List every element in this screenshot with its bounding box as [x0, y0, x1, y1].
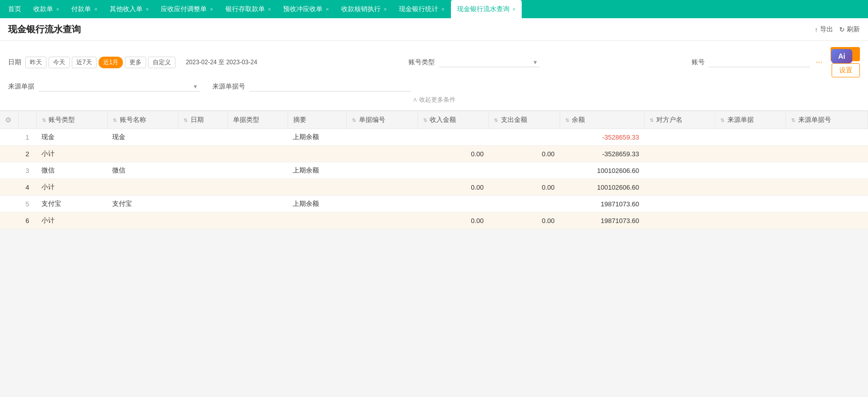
export-button[interactable]: ↑ 导出: [815, 25, 834, 34]
row-source-doc-no: [786, 129, 868, 146]
source-doc-select[interactable]: [38, 81, 200, 92]
date-btn-1month[interactable]: 近1月: [99, 57, 123, 68]
row-source-doc-no: [786, 212, 868, 229]
sort-icon: ⇅: [423, 117, 427, 123]
row-account-name: 支付宝: [107, 196, 178, 212]
th-doc-no[interactable]: ⇅ 单据编号: [347, 111, 418, 129]
row-expense: [489, 196, 560, 212]
sort-icon: ⇅: [113, 117, 117, 123]
row-number: 5: [18, 196, 36, 212]
nav-home[interactable]: 首页: [2, 0, 27, 18]
date-btn-yesterday[interactable]: 昨天: [25, 57, 47, 68]
settings-button[interactable]: 设置: [832, 63, 860, 77]
row-doc-type: [228, 129, 288, 146]
row-gear: [0, 162, 18, 179]
date-btn-custom[interactable]: 自定义: [148, 57, 175, 68]
ai-badge[interactable]: Ai: [831, 49, 852, 63]
th-date[interactable]: ⇅ 日期: [178, 111, 228, 129]
nav-ar-ap-adjust[interactable]: 应收应付调整单 ×: [155, 0, 219, 18]
row-summary: [288, 179, 347, 196]
date-btn-more[interactable]: 更多: [125, 57, 146, 68]
refresh-button[interactable]: ↻ 刷新: [839, 25, 860, 34]
dots-button[interactable]: ···: [816, 58, 823, 67]
filter-row-2: 来源单据 ▼ 来源单据号: [8, 81, 860, 92]
row-account-name: [107, 179, 178, 196]
th-account-type[interactable]: ⇅ 账号类型: [36, 111, 107, 129]
row-source-doc: [715, 146, 786, 162]
close-icon[interactable]: ×: [268, 6, 271, 12]
account-type-filter: 账号类型 ▼: [408, 57, 540, 67]
close-icon[interactable]: ×: [146, 6, 149, 12]
row-balance: 19871073.60: [560, 212, 644, 229]
row-income: [418, 196, 488, 212]
close-icon[interactable]: ×: [513, 6, 516, 12]
row-account-type: 小计: [36, 179, 107, 196]
sort-icon: ⇅: [352, 117, 356, 123]
close-icon[interactable]: ×: [441, 6, 444, 12]
close-icon[interactable]: ×: [94, 6, 97, 12]
row-date: [178, 129, 228, 146]
row-summary: [288, 146, 347, 162]
row-number: 3: [18, 162, 36, 179]
row-counterpart: [644, 146, 715, 162]
account-input[interactable]: [709, 57, 810, 67]
row-gear: [0, 129, 18, 146]
nav-other-income[interactable]: 其他收入单 ×: [104, 0, 155, 18]
row-doc-type: [228, 179, 288, 196]
th-balance[interactable]: ⇅ 余额: [560, 111, 644, 129]
row-counterpart: [644, 179, 715, 196]
nav-receipt[interactable]: 收款单 ×: [27, 0, 65, 18]
date-btn-7days[interactable]: 近7天: [72, 57, 97, 68]
table-row: 1 现金 现金 上期余额 -3528659.33: [0, 129, 868, 146]
th-source-doc-no[interactable]: ⇅ 来源单据号: [786, 111, 868, 129]
th-counterpart[interactable]: ⇅ 对方户名: [644, 111, 715, 129]
collapse-bar[interactable]: ∧ 收起更多条件: [8, 94, 860, 106]
row-source-doc: [715, 212, 786, 229]
account-type-label: 账号类型: [408, 58, 435, 67]
table-row: 5 支付宝 支付宝 上期余额 19871073.60: [0, 196, 868, 212]
row-doc-type: [228, 146, 288, 162]
filter-row-1: 日期 昨天 今天 近7天 近1月 更多 自定义 2023-02-24 至 202…: [8, 47, 860, 77]
row-account-type: 支付宝: [36, 196, 107, 212]
close-icon[interactable]: ×: [384, 6, 387, 12]
row-expense: 0.00: [489, 179, 560, 196]
main-content: ⚙ ⇅ 账号类型 ⇅ 账号名称 ⇅ 日期 单据类型: [0, 111, 868, 229]
row-income: 0.00: [418, 212, 488, 229]
date-btn-today[interactable]: 今天: [49, 57, 70, 68]
top-navigation: 首页 收款单 × 付款单 × 其他收入单 × 应收应付调整单 × 银行存取款单 …: [0, 0, 868, 18]
close-icon[interactable]: ×: [56, 6, 59, 12]
account-type-select-wrapper: ▼: [439, 57, 540, 67]
close-icon[interactable]: ×: [326, 6, 329, 12]
sort-icon: ⇅: [791, 117, 795, 123]
row-balance: 100102606.60: [560, 179, 644, 196]
nav-payment[interactable]: 付款单 ×: [65, 0, 103, 18]
th-income[interactable]: ⇅ 收入金额: [418, 111, 488, 129]
row-account-type: 现金: [36, 129, 107, 146]
nav-bank-deposit[interactable]: 银行存取款单 ×: [219, 0, 277, 18]
data-table: ⚙ ⇅ 账号类型 ⇅ 账号名称 ⇅ 日期 单据类型: [0, 111, 868, 229]
row-summary: 上期余额: [288, 196, 347, 212]
source-doc-num-input[interactable]: [249, 81, 411, 92]
th-expense[interactable]: ⇅ 支出金额: [489, 111, 560, 129]
row-account-name: 微信: [107, 162, 178, 179]
nav-cash-bank-stat[interactable]: 现金银行统计 ×: [393, 0, 450, 18]
table-header-row: ⚙ ⇅ 账号类型 ⇅ 账号名称 ⇅ 日期 单据类型: [0, 111, 868, 129]
nav-receipt-verify[interactable]: 收款核销执行 ×: [335, 0, 393, 18]
row-doc-no: [347, 212, 418, 229]
row-source-doc-no: [786, 146, 868, 162]
row-summary: [288, 212, 347, 229]
row-account-name: 现金: [107, 129, 178, 146]
th-account-name[interactable]: ⇅ 账号名称: [107, 111, 178, 129]
row-source-doc: [715, 196, 786, 212]
nav-prepay-receipt[interactable]: 预收冲应收单 ×: [277, 0, 335, 18]
row-counterpart: [644, 162, 715, 179]
account-type-select[interactable]: [439, 57, 540, 67]
row-doc-no: [347, 129, 418, 146]
table-row: 4 小计 0.00 0.00 100102606.60: [0, 179, 868, 196]
th-source-doc[interactable]: ⇅ 来源单据: [715, 111, 786, 129]
sort-icon: ⇅: [42, 117, 46, 123]
row-income: 0.00: [418, 146, 488, 162]
close-icon[interactable]: ×: [210, 6, 213, 12]
nav-cash-bank-flow[interactable]: 现金银行流水查询 ×: [451, 0, 522, 18]
gear-icon[interactable]: ⚙: [5, 116, 12, 124]
